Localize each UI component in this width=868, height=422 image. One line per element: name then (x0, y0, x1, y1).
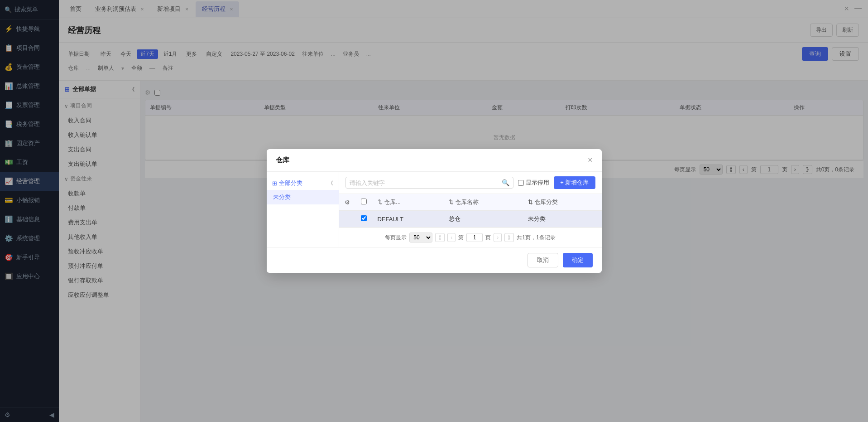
col-settings: ⚙ (339, 194, 355, 211)
modal-per-page-select[interactable]: 50 100 (409, 233, 432, 243)
modal-left-item-label: 未分类 (273, 194, 291, 200)
modal-next-btn[interactable]: › (494, 233, 502, 242)
modal-toolbar: 🔍 显示停用 + 新增仓库 (339, 172, 602, 194)
modal-table-row[interactable]: DEFAULT 总仓 未分类 (339, 211, 602, 228)
modal-warehouse-table: ⚙ ⇅ 仓库... ⇅ (339, 194, 602, 228)
modal-search-input[interactable] (350, 179, 499, 186)
modal-last-btn[interactable]: ⟫ (504, 233, 514, 242)
modal-left-panel: ⊞ 全部分类 《 未分类 (267, 172, 339, 247)
modal-left-collapse-btn[interactable]: 《 (328, 179, 333, 187)
row-code-cell: DEFAULT (372, 211, 443, 228)
modal-first-btn[interactable]: ⟪ (435, 233, 445, 242)
row-settings-cell (339, 211, 355, 228)
modal-left-item-uncat[interactable]: 未分类 (267, 190, 339, 204)
row-category-cell: 未分类 (523, 211, 602, 228)
modal-page-label: 第 (458, 234, 464, 242)
gear-settings-icon[interactable]: ⚙ (345, 199, 350, 206)
row-checkbox[interactable] (361, 215, 367, 221)
col-warehouse-category: ⇅ 仓库分类 (523, 194, 602, 211)
modal-actions: 取消 确定 (267, 247, 602, 273)
modal-close-button[interactable]: × (588, 155, 593, 165)
modal-page-input[interactable] (466, 233, 483, 242)
modal-search-icon[interactable]: 🔍 (502, 179, 509, 186)
col-warehouse-name: ⇅ 仓库名称 (443, 194, 523, 211)
sort-up-icon: ⇅ (378, 199, 383, 205)
row-name-cell: 总仓 (443, 211, 523, 228)
modal-header: 仓库 × (267, 149, 602, 172)
modal-search-box: 🔍 (345, 177, 514, 189)
row-checkbox-cell (355, 211, 372, 228)
modal-select-all-checkbox[interactable] (361, 199, 367, 204)
sort-icon: ⇅ (449, 199, 454, 205)
col-checkbox (355, 194, 372, 211)
modal-page-suffix: 页 (485, 234, 491, 242)
col-warehouse-code: ⇅ 仓库... (372, 194, 443, 211)
modal-per-page-label: 每页显示 (385, 234, 407, 242)
show-disabled-text: 显示停用 (526, 179, 549, 187)
show-disabled-label[interactable]: 显示停用 (518, 179, 549, 187)
modal-title: 仓库 (276, 156, 289, 165)
modal-total-text: 共1页，1条记录 (517, 234, 555, 242)
sort-icon-2: ⇅ (528, 199, 533, 205)
modal-table-header-row: ⚙ ⇅ 仓库... ⇅ (339, 194, 602, 211)
show-disabled-checkbox[interactable] (518, 180, 524, 186)
add-warehouse-button[interactable]: + 新增仓库 (554, 176, 595, 189)
modal-left-header: ⊞ 全部分类 《 (267, 176, 339, 190)
modal-body: ⊞ 全部分类 《 未分类 🔍 显示停用 (267, 172, 602, 247)
modal-overlay: 仓库 × ⊞ 全部分类 《 未分类 (0, 0, 868, 422)
modal-right-panel: 🔍 显示停用 + 新增仓库 ⚙ (339, 172, 602, 247)
modal-prev-btn[interactable]: ‹ (447, 233, 456, 242)
modal-table-container: ⚙ ⇅ 仓库... ⇅ (339, 194, 602, 228)
modal-confirm-button[interactable]: 确定 (563, 253, 593, 267)
modal-left-header-label: 全部分类 (279, 179, 302, 187)
modal-cancel-button[interactable]: 取消 (528, 253, 558, 267)
warehouse-modal: 仓库 × ⊞ 全部分类 《 未分类 (267, 149, 602, 273)
modal-pagination: 每页显示 50 100 ⟪ ‹ 第 页 › ⟫ 共1页，1条记录 (339, 228, 602, 247)
